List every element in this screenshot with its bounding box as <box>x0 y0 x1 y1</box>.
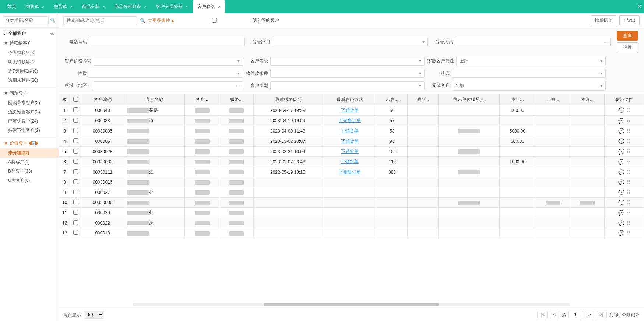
retail-attr-select[interactable]: 全部 ▾ <box>456 56 606 66</box>
search-bar-icon[interactable]: 🔍 <box>140 18 145 23</box>
settings-col[interactable]: ⚙ <box>59 94 70 105</box>
sidebar-item-overdue[interactable]: 逾期未联络(30) <box>0 76 59 85</box>
tab-analysis[interactable]: 商品分析 × <box>78 0 109 13</box>
sidebar-item-b-class[interactable]: B类客户(33) <box>0 167 59 176</box>
problem-customer-title[interactable]: ▼ 问题客户 <box>0 88 59 98</box>
row-checkbox-cell[interactable] <box>70 187 81 198</box>
chat-icon[interactable]: 💬 <box>618 138 624 144</box>
sidebar-item-abnormal[interactable]: 囤购异常客户(2) <box>0 98 59 107</box>
first-page-button[interactable]: |< <box>537 311 548 318</box>
row-checkbox[interactable] <box>73 107 78 112</box>
close-customer-contact-icon[interactable]: × <box>218 4 220 9</box>
customer-type-select[interactable]: ▾ <box>270 81 424 90</box>
sidebar-item-churned[interactable]: 已流失客户(24) <box>0 117 59 126</box>
close-analysis-icon[interactable]: × <box>103 4 105 9</box>
sidebar-item-c-class[interactable]: C类客户(6) <box>0 176 59 185</box>
all-customers-header[interactable]: ⠿ 全部客户 ≪ <box>0 28 59 38</box>
row-checkbox[interactable] <box>73 179 78 184</box>
pending-contact-title[interactable]: ▼ 待联络客户 <box>0 38 59 48</box>
last-method-link[interactable]: 下销货单 <box>341 149 359 154</box>
grid-action-icon[interactable]: ⠿ <box>627 200 630 205</box>
query-button[interactable]: 查询 <box>617 31 638 41</box>
chat-icon[interactable]: 💬 <box>618 169 624 175</box>
row-checkbox-cell[interactable] <box>70 126 81 136</box>
price-level-select[interactable]: ▾ <box>94 57 243 66</box>
row-checkbox[interactable] <box>73 220 78 225</box>
sidebar-search-icon[interactable]: 🔍 <box>50 18 56 23</box>
collapse-sidebar-icon[interactable]: ≪ <box>50 31 55 36</box>
row-checkbox[interactable] <box>73 128 78 133</box>
dept-select[interactable]: ▾ <box>272 38 428 46</box>
row-checkbox-cell[interactable] <box>70 218 81 228</box>
sidebar-item-tomorrow[interactable]: 明天待联络(1) <box>0 57 59 67</box>
search-input[interactable] <box>63 16 137 25</box>
per-page-select[interactable]: 50 20 100 <box>84 311 104 319</box>
row-checkbox[interactable] <box>73 138 78 143</box>
grid-action-icon[interactable]: ⠿ <box>627 149 630 155</box>
chat-icon[interactable]: 💬 <box>618 220 624 226</box>
row-checkbox[interactable] <box>73 159 78 164</box>
tab-customer-segment[interactable]: 客户分层经营 × <box>152 0 192 13</box>
chat-icon[interactable]: 💬 <box>618 230 624 236</box>
row-checkbox-cell[interactable] <box>70 147 81 157</box>
more-conditions-button[interactable]: ▽ 更多条件 ▲ <box>148 17 175 24</box>
horizontal-scrollbar[interactable] <box>59 302 644 308</box>
close-analysis-list-icon[interactable]: × <box>144 4 146 9</box>
sidebar-item-today[interactable]: 今天待联络(0) <box>0 48 59 57</box>
row-checkbox[interactable] <box>73 169 78 174</box>
tab-purchase[interactable]: 进货单 × <box>49 0 77 13</box>
batch-operation-button[interactable]: 批量操作 <box>591 15 616 25</box>
tab-home[interactable]: 首页 <box>3 0 21 13</box>
sidebar-item-churn-warning[interactable]: 流失预警客户(3) <box>0 107 59 117</box>
sidebar-item-declining[interactable]: 持续下滑客户(2) <box>0 126 59 135</box>
chat-icon[interactable]: 💬 <box>618 179 624 185</box>
row-checkbox[interactable] <box>73 230 78 235</box>
row-checkbox-cell[interactable] <box>70 136 81 147</box>
page-input[interactable] <box>568 311 583 318</box>
row-checkbox-cell[interactable] <box>70 228 81 238</box>
row-checkbox[interactable] <box>73 210 78 215</box>
my-customers-checkbox-label[interactable]: 我分管的客户 <box>177 17 279 24</box>
grid-action-icon[interactable]: ⠿ <box>627 118 630 124</box>
close-sales-icon[interactable]: × <box>42 4 44 9</box>
next-page-button[interactable]: > <box>585 311 594 318</box>
reset-button[interactable]: 设置 <box>617 42 638 53</box>
export-button[interactable]: ↑ 导出 <box>619 15 640 25</box>
window-close-button[interactable]: × <box>638 3 641 10</box>
row-checkbox-cell[interactable] <box>70 157 81 167</box>
grid-action-icon[interactable]: ⠿ <box>627 179 630 185</box>
row-checkbox-cell[interactable] <box>70 116 81 126</box>
sidebar-item-a-class[interactable]: A类客户(1) <box>0 158 59 167</box>
grid-action-icon[interactable]: ⠿ <box>627 230 630 236</box>
my-customers-checkbox[interactable] <box>177 18 251 23</box>
row-checkbox-cell[interactable] <box>70 105 81 116</box>
sidebar-search-input[interactable] <box>3 16 49 24</box>
payment-select[interactable]: ▾ <box>270 69 424 78</box>
customer-level-select[interactable]: ▾ <box>270 57 424 66</box>
grid-action-icon[interactable]: ⠿ <box>627 138 630 144</box>
grid-action-icon[interactable]: ⠿ <box>627 169 630 175</box>
row-checkbox-cell[interactable] <box>70 198 81 208</box>
status-select[interactable]: ▾ <box>452 69 606 78</box>
sidebar-item-7days[interactable]: 近7天待联络(0) <box>0 67 59 76</box>
chat-icon[interactable]: 💬 <box>618 128 624 134</box>
tab-customer-contact[interactable]: 客户联络 × <box>193 0 225 13</box>
grid-action-icon[interactable]: ⠿ <box>627 220 630 226</box>
chat-icon[interactable]: 💬 <box>618 210 624 216</box>
grid-action-icon[interactable]: ⠿ <box>627 190 630 195</box>
select-all-checkbox[interactable] <box>73 97 78 102</box>
row-checkbox[interactable] <box>73 190 78 194</box>
chat-icon[interactable]: 💬 <box>618 200 624 205</box>
last-method-link[interactable]: 下销货单 <box>341 128 359 133</box>
last-method-link[interactable]: 下销货单 <box>341 107 359 113</box>
scrollbar-thumb[interactable] <box>264 303 439 306</box>
prev-page-button[interactable]: < <box>550 311 559 318</box>
last-method-link[interactable]: 下销售订单 <box>339 118 361 123</box>
last-method-link[interactable]: 下销货单 <box>341 138 359 144</box>
row-checkbox[interactable] <box>73 200 78 204</box>
value-customer-title[interactable]: ▼ 价值客户 🔄 <box>0 138 59 148</box>
chat-icon[interactable]: 💬 <box>618 107 624 113</box>
last-page-button[interactable]: >| <box>597 311 607 318</box>
row-checkbox-cell[interactable] <box>70 208 81 218</box>
grid-action-icon[interactable]: ⠿ <box>627 128 630 134</box>
